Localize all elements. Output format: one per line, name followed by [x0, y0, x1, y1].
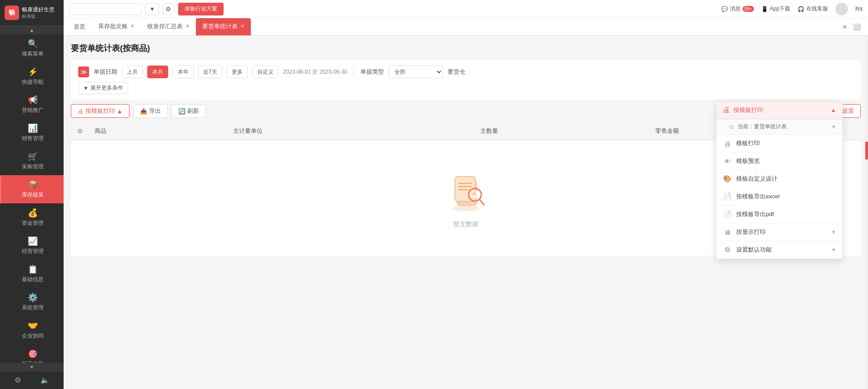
- sidebar-item-finance[interactable]: 💰 资金管理: [0, 203, 64, 232]
- export-button[interactable]: 📤 导出: [133, 104, 168, 118]
- template-preview-icon: 👁: [723, 157, 732, 165]
- display-print-arrow: ▼: [831, 229, 836, 235]
- tab-receipt-summary[interactable]: 收发存汇总表 ✕: [141, 18, 196, 35]
- col-gear[interactable]: ⚙: [71, 122, 89, 140]
- type-filter-label: 单据类型: [360, 68, 384, 76]
- date-btn-this-year[interactable]: 本年: [173, 66, 194, 78]
- dropdown-item-template-print[interactable]: 🖨 模板打印: [716, 135, 843, 152]
- set-default-label: 设置默认功能: [736, 246, 772, 254]
- svg-line-9: [479, 199, 484, 205]
- template-print-label: 模板打印: [736, 139, 760, 147]
- online-service-item[interactable]: 🎧 在线客服: [798, 5, 828, 13]
- date-btn-7days[interactable]: 近7天: [198, 66, 222, 78]
- sidebar-item-marketing[interactable]: 📢 营销推广: [0, 91, 64, 119]
- filter-row: ≫ 单据日期 上月 本月 本年 近7天 更多 自定义 2023-06-01 至 …: [78, 66, 853, 78]
- filter-card: ≫ 单据日期 上月 本月 本年 近7天 更多 自定义 2023-06-01 至 …: [71, 60, 861, 100]
- tab-home-label: 首页: [74, 23, 85, 31]
- sidebar-item-search-label: 搜索菜单: [22, 50, 44, 58]
- sidebar-scroll-down[interactable]: ▼: [0, 363, 64, 371]
- sidebar-item-purchase[interactable]: 🛒 采购管理: [0, 147, 64, 175]
- tab-inventory-batch-close[interactable]: ✕: [130, 23, 135, 29]
- messages-label: 消息: [730, 5, 741, 13]
- template-excel-icon: 📄: [723, 192, 732, 201]
- sidebar-item-operation-label: 经营管理: [22, 248, 44, 255]
- app-download-item[interactable]: 📱 App下载: [761, 5, 790, 13]
- template-print-icon: 🖨: [723, 140, 732, 147]
- app-logo: 畅 畅康通好生意 标准版: [0, 0, 64, 26]
- system-icon: ⚙️: [28, 293, 38, 303]
- dropdown-current-arrow: ▼: [831, 124, 836, 130]
- tab-inventory-batch[interactable]: 库存批次账 ✕: [92, 18, 141, 35]
- avatar[interactable]: [835, 3, 848, 15]
- topbar-search-input[interactable]: [69, 3, 142, 15]
- date-range-text: 2023-06-01 至 2023-06-30: [283, 68, 347, 76]
- svg-point-10: [472, 192, 476, 196]
- expand-icon: ▼: [83, 85, 89, 91]
- sidebar-item-quicknav[interactable]: ⚡ 快捷导航: [0, 62, 64, 91]
- sidebar-item-purchase-label: 采购管理: [22, 163, 44, 171]
- dropdown-collapse-arrow[interactable]: ▲: [831, 107, 836, 113]
- messages-item[interactable]: 💬 消息 99+: [721, 5, 754, 13]
- type-filter-select[interactable]: 全部 要货单 退货单: [389, 66, 443, 78]
- tab-order-stats-close[interactable]: ✕: [240, 23, 244, 29]
- audio-bottom-icon[interactable]: 🔈: [40, 376, 50, 384]
- scroll-thumb[interactable]: [865, 141, 868, 160]
- app-version: 标准版: [22, 13, 55, 19]
- table-gear-icon[interactable]: ⚙: [77, 127, 83, 135]
- sidebar-bottom: ⚙ 🔈: [0, 371, 64, 389]
- sidebar-item-system[interactable]: ⚙️ 系统管理: [0, 288, 64, 316]
- expand-conditions-button[interactable]: ▼ 展开更多条件: [78, 82, 128, 94]
- sidebar-scroll-up[interactable]: ▲: [0, 26, 64, 34]
- col-unit: 主计量单位: [228, 122, 475, 140]
- date-btn-this-month[interactable]: 本月: [147, 66, 168, 78]
- template-design-icon: 🎨: [723, 175, 732, 183]
- template-pdf-icon: 📄: [723, 210, 732, 218]
- filter-expand-button[interactable]: ≫: [78, 66, 89, 77]
- sidebar-item-collab[interactable]: 🤝 企业协同: [0, 316, 64, 344]
- settings-bottom-icon[interactable]: ⚙: [15, 376, 21, 384]
- app-download-label: App下载: [770, 5, 790, 13]
- print-arrow-icon: ▲: [117, 108, 123, 115]
- dropdown-print-icon: 🖨: [723, 106, 730, 114]
- sidebar-item-finance-label: 资金管理: [22, 219, 44, 227]
- sidebar-item-guide[interactable]: 🎯 新手引导: [0, 344, 64, 363]
- user-name: Rit: [855, 5, 863, 12]
- dropdown-section-display[interactable]: 🖥 按显示打印 ▼: [716, 223, 843, 241]
- date-btn-last-month[interactable]: 上月: [122, 66, 143, 78]
- sidebar-item-sales[interactable]: 📊 销售管理: [0, 119, 64, 147]
- scroll-track: [865, 35, 868, 389]
- window-maximize-btn[interactable]: ⬜: [853, 23, 861, 31]
- dropdown-header-left: 🖨 按模板打印: [723, 106, 763, 114]
- empty-illustration: [443, 167, 489, 213]
- dropdown-section-default[interactable]: ⚙ 设置默认功能 ▼: [716, 241, 843, 259]
- tab-receipt-summary-close[interactable]: ✕: [185, 23, 190, 29]
- finance-icon: 💰: [28, 208, 38, 218]
- dropdown-item-template-design[interactable]: 🎨 模板自定义设计: [716, 170, 843, 188]
- dropdown-item-template-preview[interactable]: 👁 模板预览: [716, 152, 843, 170]
- app-download-icon: 📱: [761, 6, 768, 12]
- tab-order-stats[interactable]: 要货单统计表 ✕: [196, 18, 251, 35]
- topbar-dropdown-button[interactable]: ▼: [145, 3, 159, 15]
- sidebar: 畅 畅康通好生意 标准版 ▲ 🔍 搜索菜单 ⚡ 快捷导航 📢 营销推广 📊 销售…: [0, 0, 64, 389]
- col-product: 商品: [89, 122, 228, 140]
- topbar-gear-button[interactable]: ⚙: [163, 3, 175, 15]
- sidebar-item-inventory[interactable]: 📦 库存核算: [0, 175, 64, 203]
- print-icon: 🖨: [78, 108, 84, 115]
- sidebar-item-inventory-label: 库存核算: [22, 191, 44, 199]
- date-btn-more[interactable]: 更多: [227, 66, 248, 78]
- sidebar-item-search[interactable]: 🔍 搜索菜单: [0, 34, 64, 62]
- tab-home[interactable]: 首页: [67, 18, 92, 35]
- date-btn-custom[interactable]: 自定义: [252, 66, 279, 78]
- trial-btn[interactable]: 体验行业方案: [178, 3, 224, 15]
- print-template-button[interactable]: 🖨 按模板打印 ▲: [71, 104, 130, 118]
- sidebar-item-quicknav-label: 快捷导航: [22, 78, 44, 86]
- refresh-button[interactable]: 🔄 刷新: [171, 104, 206, 118]
- marketing-icon: 📢: [28, 95, 38, 105]
- window-close-btn[interactable]: ✕: [841, 23, 849, 31]
- dropdown-item-template-pdf[interactable]: 📄 按模板导出pdf: [716, 206, 843, 223]
- dropdown-item-template-excel[interactable]: 📄 按模板导出excel: [716, 188, 843, 206]
- sidebar-item-basic[interactable]: 📋 基础信息: [0, 260, 64, 288]
- tab-receipt-summary-label: 收发存汇总表: [147, 22, 183, 30]
- topbar-right: 💬 消息 99+ 📱 App下载 🎧 在线客服 Rit: [721, 3, 863, 15]
- sidebar-item-operation[interactable]: 📈 经营管理: [0, 232, 64, 260]
